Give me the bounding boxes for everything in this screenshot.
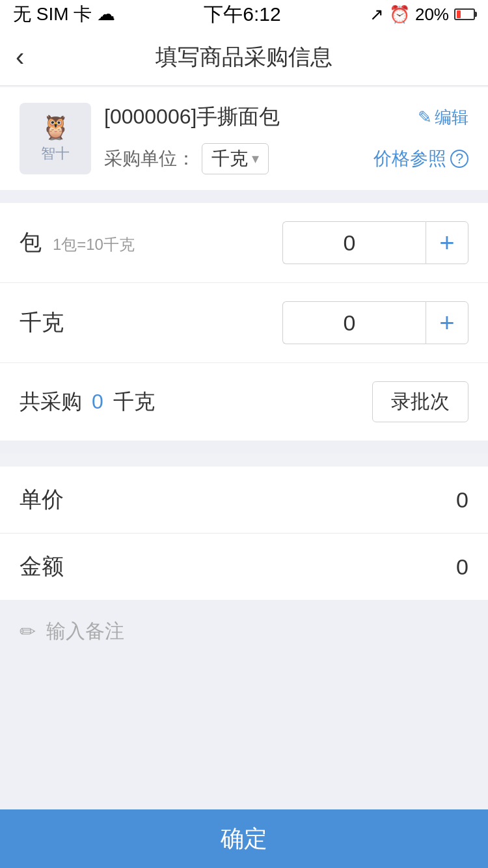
status-right: ↗ ⏰ 20% <box>370 5 475 25</box>
dropdown-icon: ▾ <box>252 150 259 167</box>
summary-amount: 0 <box>92 390 103 413</box>
remark-placeholder: 输入备注 <box>46 618 124 645</box>
unit-select[interactable]: 千克 ▾ <box>202 143 269 174</box>
kg-label-group: 千克 <box>20 308 64 338</box>
price-section: 单价 0 金额 0 <box>0 467 488 600</box>
product-card: 🦉 智十 [0000006]手撕面包 ✎ 编辑 采购单位： 千克 ▾ <box>0 87 488 190</box>
brand-label: 智十 <box>41 144 70 163</box>
back-button[interactable]: ‹ <box>16 42 24 72</box>
battery-icon <box>454 8 475 20</box>
kg-quantity-input[interactable] <box>282 301 426 344</box>
summary-unit: 千克 <box>113 390 155 413</box>
product-image: 🦉 智十 <box>20 103 91 174</box>
bag-quantity-input[interactable] <box>282 221 426 264</box>
batch-button[interactable]: 录批次 <box>372 381 468 422</box>
kg-input-row: 千克 + <box>0 283 488 363</box>
amount-value: 0 <box>456 554 468 580</box>
status-left: 无 SIM 卡 ☁ <box>13 2 115 27</box>
alarm-icon: ⏰ <box>389 5 410 25</box>
product-info: [0000006]手撕面包 ✎ 编辑 采购单位： 千克 ▾ 价格参照 ? <box>104 103 468 174</box>
kg-plus-button[interactable]: + <box>426 301 468 344</box>
remark-section[interactable]: ✏ 输入备注 <box>0 600 488 663</box>
amount-row: 金额 0 <box>0 534 488 600</box>
divider-2 <box>0 441 488 454</box>
edit-icon: ✎ <box>418 107 432 128</box>
bag-label-group: 包 1包=10千克 <box>20 228 135 258</box>
bag-plus-button[interactable]: + <box>426 221 468 264</box>
edit-button[interactable]: ✎ 编辑 <box>418 106 468 129</box>
unit-price-row: 单价 0 <box>0 467 488 534</box>
summary-text: 共采购 0 千克 <box>20 388 155 416</box>
product-name-row: [0000006]手撕面包 ✎ 编辑 <box>104 103 468 131</box>
help-icon: ? <box>450 150 468 168</box>
kg-label: 千克 <box>20 310 64 334</box>
bag-input-control: + <box>282 221 468 264</box>
divider-1 <box>0 190 488 203</box>
summary-row: 共采购 0 千克 录批次 <box>0 363 488 441</box>
location-icon: ↗ <box>370 5 384 25</box>
amount-label: 金额 <box>20 552 64 582</box>
unit-price-value: 0 <box>456 487 468 513</box>
summary-prefix: 共采购 <box>20 390 82 413</box>
nav-bar: ‹ 填写商品采购信息 <box>0 29 488 86</box>
main-content: 🦉 智十 [0000006]手撕面包 ✎ 编辑 采购单位： 千克 ▾ <box>0 87 488 868</box>
unit-label: 采购单位： <box>104 146 195 171</box>
product-name: [0000006]手撕面包 <box>104 103 280 131</box>
confirm-button[interactable]: 确定 <box>0 809 488 868</box>
status-time: 下午6:12 <box>204 1 280 28</box>
status-bar: 无 SIM 卡 ☁ 下午6:12 ↗ ⏰ 20% <box>0 0 488 29</box>
product-unit-row: 采购单位： 千克 ▾ 价格参照 ? <box>104 143 468 174</box>
kg-input-control: + <box>282 301 468 344</box>
input-section: 包 1包=10千克 + 千克 + <box>0 203 488 363</box>
price-ref-button[interactable]: 价格参照 ? <box>373 146 468 171</box>
product-logo-icon: 🦉 <box>41 114 70 141</box>
pencil-icon: ✏ <box>20 620 36 643</box>
page-title: 填写商品采购信息 <box>156 42 332 72</box>
sim-text: 无 SIM 卡 ☁ <box>13 2 115 27</box>
battery-percent: 20% <box>415 5 449 25</box>
bag-sub-label: 1包=10千克 <box>53 236 135 253</box>
bag-input-row: 包 1包=10千克 + <box>0 203 488 283</box>
bag-label: 包 <box>20 230 42 254</box>
unit-price-label: 单价 <box>20 485 64 515</box>
